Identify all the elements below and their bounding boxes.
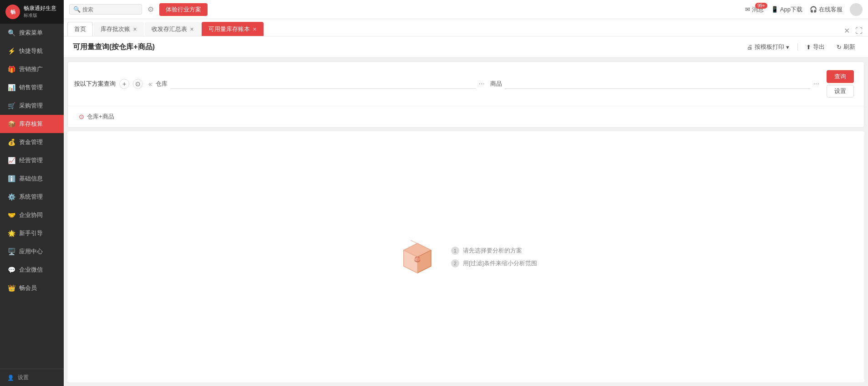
app-name: 畅康通好生意 xyxy=(24,5,56,12)
filter-settings-button[interactable]: ⊙ xyxy=(133,79,143,89)
topbar: 🔍 ⚙ 体验行业方案 ✉ 消息 99+ 📱 App下载 🎧 在线客服 xyxy=(64,0,868,19)
sidebar-bottom-icon: 👤 xyxy=(7,375,14,381)
sidebar-item-label: 系统管理 xyxy=(19,193,43,201)
sidebar-item-label: 基础信息 xyxy=(19,175,43,183)
page-title: 可用量查询(按仓库+商品) xyxy=(73,42,155,52)
filter-inputs: 仓库 ··· 商品 ··· xyxy=(156,79,819,89)
sidebar-item-appcenter[interactable]: 🖥️ 应用中心 xyxy=(0,242,64,261)
maximize-window-button[interactable]: ⛶ xyxy=(853,26,864,36)
sidebar-item-label: 库存核算 xyxy=(19,120,43,128)
tab-summary[interactable]: 收发存汇总表 ✕ xyxy=(145,22,201,36)
filter-label: 按以下方案查询 xyxy=(74,80,116,88)
empty-state: 1 请先选择要分析的方案 2 用[过滤]条件来缩小分析范围 xyxy=(67,131,864,382)
close-window-button[interactable]: ✕ xyxy=(842,26,852,36)
sidebar-item-label: 应用中心 xyxy=(19,247,43,256)
search-input[interactable] xyxy=(82,6,137,13)
settings-icon[interactable]: ⚙ xyxy=(146,5,156,14)
refresh-label: 刷新 xyxy=(843,43,855,51)
window-controls: ✕ ⛶ xyxy=(842,26,864,36)
sidebar-item-guide[interactable]: 🌟 新手引导 xyxy=(0,224,64,242)
sidebar-item-label: 营销推广 xyxy=(19,65,43,73)
sidebar-item-finance[interactable]: 💰 资金管理 xyxy=(0,133,64,151)
sidebar-item-purchase[interactable]: 🛒 采购管理 xyxy=(0,97,64,115)
close-icon[interactable]: ✕ xyxy=(133,26,137,32)
app-download-button[interactable]: 📱 App下载 xyxy=(771,5,802,14)
finance-icon: 💰 xyxy=(7,139,15,146)
empty-box-svg xyxy=(395,234,440,280)
filter-header: 按以下方案查询 + ⊙ « 仓库 ··· 商品 ··· xyxy=(68,62,864,106)
product-more-button[interactable]: ··· xyxy=(813,80,819,88)
user-avatar[interactable] xyxy=(850,3,863,16)
print-button[interactable]: 🖨 按模板打印 ▾ xyxy=(743,41,793,53)
page-actions: 🖨 按模板打印 ▾ ⬆ 导出 ↻ 刷新 xyxy=(743,41,859,53)
tab-inventory-batch[interactable]: 库存批次账 ✕ xyxy=(94,22,144,36)
sidebar-item-member[interactable]: 👑 畅会员 xyxy=(0,279,64,297)
sidebar-item-label: 销售管理 xyxy=(19,83,43,92)
sidebar-item-inventory[interactable]: 📦 库存核算 xyxy=(0,115,64,133)
filter-area: 按以下方案查询 + ⊙ « 仓库 ··· 商品 ··· xyxy=(67,62,864,128)
scheme-icon: ⊙ xyxy=(79,113,84,120)
guide-icon: 🌟 xyxy=(7,230,15,237)
printer-icon: 🖨 xyxy=(747,44,753,51)
sidebar-bottom-label: 设置 xyxy=(18,374,29,381)
scheme-label: 仓库+商品 xyxy=(87,113,114,121)
sidebar-item-label: 资金管理 xyxy=(19,138,43,146)
warehouse-more-button[interactable]: ··· xyxy=(479,80,485,88)
empty-content: 1 请先选择要分析的方案 2 用[过滤]条件来缩小分析范围 xyxy=(395,234,537,280)
empty-tips: 1 请先选择要分析的方案 2 用[过滤]条件来缩小分析范围 xyxy=(451,247,537,268)
tab-available-stock[interactable]: 可用量库存账本 ✕ xyxy=(202,22,264,36)
app-download-label: App下载 xyxy=(780,5,802,14)
topbar-right: ✉ 消息 99+ 📱 App下载 🎧 在线客服 xyxy=(745,3,863,16)
filter-scheme-item[interactable]: ⊙ 仓库+商品 xyxy=(74,111,119,123)
filter-scheme-row: ⊙ 仓库+商品 xyxy=(68,106,864,127)
warehouse-label: 仓库 xyxy=(156,80,168,88)
sidebar-item-search[interactable]: 🔍 搜索菜单 xyxy=(0,24,64,42)
system-icon: ⚙️ xyxy=(7,193,15,201)
query-button[interactable]: 查询 xyxy=(827,70,854,83)
service-label: 在线客服 xyxy=(819,5,843,14)
sidebar-item-operations[interactable]: 📈 经营管理 xyxy=(0,151,64,170)
topbar-search-box[interactable]: 🔍 xyxy=(69,4,142,15)
sidebar-item-system[interactable]: ⚙️ 系统管理 xyxy=(0,188,64,206)
product-input[interactable] xyxy=(505,79,811,89)
industry-solution-button[interactable]: 体验行业方案 xyxy=(159,3,208,16)
tip-num-2: 2 xyxy=(451,259,459,268)
sidebar-item-label: 企业微信 xyxy=(19,266,43,274)
sidebar-item-label: 畅会员 xyxy=(19,284,37,292)
quicknav-icon: ⚡ xyxy=(7,47,15,55)
page-area: 可用量查询(按仓库+商品) 🖨 按模板打印 ▾ ⬆ 导出 ↻ 刷新 xyxy=(64,36,868,386)
phone-icon: 📱 xyxy=(771,6,778,13)
close-icon[interactable]: ✕ xyxy=(253,26,257,32)
filter-actions: 查询 设置 xyxy=(823,67,858,101)
filter-add-button[interactable]: + xyxy=(119,79,129,89)
app-name-block: 畅康通好生意 标准版 xyxy=(24,5,56,19)
warehouse-input[interactable] xyxy=(170,79,476,89)
tip-num-1: 1 xyxy=(451,247,459,255)
export-button[interactable]: ⬆ 导出 xyxy=(802,41,828,53)
sidebar-item-sales[interactable]: 📊 销售管理 xyxy=(0,78,64,97)
main-content: 🔍 ⚙ 体验行业方案 ✉ 消息 99+ 📱 App下载 🎧 在线客服 首页 xyxy=(64,0,868,386)
sidebar-item-collab[interactable]: 🤝 企业协同 xyxy=(0,206,64,224)
tab-home[interactable]: 首页 xyxy=(67,22,93,36)
sidebar-item-basic-info[interactable]: ℹ️ 基础信息 xyxy=(0,170,64,188)
message-icon: ✉ xyxy=(745,6,750,13)
online-service-button[interactable]: 🎧 在线客服 xyxy=(810,5,843,14)
search-icon: 🔍 xyxy=(73,6,81,13)
print-label: 按模板打印 xyxy=(755,43,784,51)
column-settings-button[interactable]: 设置 xyxy=(827,85,854,98)
empty-tip-2: 2 用[过滤]条件来缩小分析范围 xyxy=(451,259,537,268)
inventory-icon: 📦 xyxy=(7,120,15,128)
sidebar-item-label: 快捷导航 xyxy=(19,47,43,55)
sidebar: 畅 畅康通好生意 标准版 🔍 搜索菜单 ⚡ 快捷导航 🎁 营销推广 📊 销售管理… xyxy=(0,0,64,386)
sidebar-item-quicknav[interactable]: ⚡ 快捷导航 xyxy=(0,42,64,60)
refresh-button[interactable]: ↻ 刷新 xyxy=(833,41,859,53)
message-button[interactable]: ✉ 消息 99+ xyxy=(745,5,764,14)
close-icon[interactable]: ✕ xyxy=(190,26,194,32)
empty-illustration xyxy=(395,234,440,280)
sidebar-item-marketing[interactable]: 🎁 营销推广 xyxy=(0,60,64,78)
page-header: 可用量查询(按仓库+商品) 🖨 按模板打印 ▾ ⬆ 导出 ↻ 刷新 xyxy=(64,36,868,58)
filter-collapse-button[interactable]: « xyxy=(148,80,152,87)
sidebar-bottom: 👤 设置 xyxy=(0,369,64,386)
wechat-icon: 💬 xyxy=(7,266,15,273)
sidebar-item-wechat[interactable]: 💬 企业微信 xyxy=(0,261,64,279)
